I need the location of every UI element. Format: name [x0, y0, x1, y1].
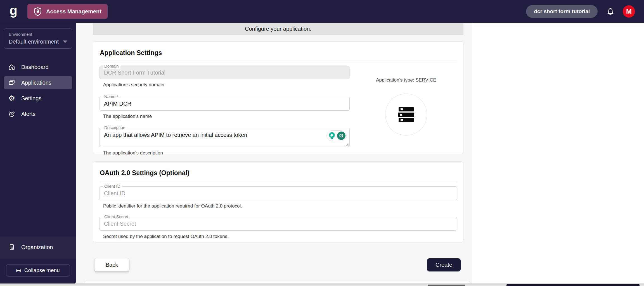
gravitee-logo[interactable]: g	[10, 4, 17, 17]
name-field: Name *	[99, 97, 350, 111]
alarm-icon	[8, 110, 16, 118]
domain-field: Domain	[99, 66, 350, 79]
sidebar-item-applications[interactable]: Applications	[4, 76, 72, 89]
user-avatar[interactable]: M	[623, 5, 635, 18]
sidebar-item-label: Settings	[21, 95, 41, 102]
client-secret-field-label: Client Secret	[103, 214, 130, 219]
domain-field-label: Domain	[103, 64, 120, 69]
grammarly-suggestion-icon	[328, 132, 336, 140]
current-domain-button[interactable]: dcr short form tutorial	[526, 5, 598, 18]
card-title: Application Settings	[99, 42, 457, 61]
name-helper-text: The application's name	[103, 114, 350, 119]
client-secret-field: Client Secret	[99, 217, 457, 231]
client-id-field: Client ID	[99, 186, 457, 200]
collapse-icon: ▶◀	[16, 268, 20, 272]
back-button[interactable]: Back	[94, 258, 129, 271]
name-input[interactable]	[100, 97, 349, 110]
service-type-badge	[385, 94, 427, 135]
main-area: Configure your application. Application …	[76, 23, 644, 286]
form-scroll-area: Configure your application. Application …	[76, 23, 472, 286]
sidebar: Environment Default environment Dashboar…	[0, 23, 76, 284]
access-management-badge[interactable]: Access Management	[27, 4, 108, 19]
client-secret-helper-text: Secret used by the application to reques…	[103, 234, 457, 239]
collapse-menu-label: Collapse menu	[24, 267, 60, 273]
chevron-down-icon	[63, 40, 67, 43]
sidebar-item-label: Alerts	[21, 111, 35, 117]
client-id-input[interactable]	[100, 187, 457, 200]
application-settings-fields: Domain Application's security domain. Na…	[99, 66, 350, 156]
collapse-menu-button[interactable]: ▶◀ Collapse menu	[6, 264, 70, 277]
step-header: Configure your application.	[93, 23, 463, 35]
bottom-bar-text-fragment	[428, 285, 465, 286]
sidebar-item-settings[interactable]: ⚙ Settings	[4, 92, 72, 105]
grammarly-g-icon: G	[337, 132, 345, 140]
oauth-settings-card: OAuth 2.0 Settings (Optional) Client ID …	[93, 161, 463, 242]
organization-section: Organization	[0, 237, 76, 258]
badge-label: Access Management	[46, 8, 101, 15]
application-settings-card: Application Settings Domain Application'…	[93, 41, 463, 154]
server-icon	[398, 106, 414, 123]
sidebar-divider	[0, 258, 76, 258]
description-field-label: Description	[103, 125, 127, 130]
sidebar-nav: Dashboard Applications ⚙ Settings	[0, 60, 76, 121]
description-field: Description An app that allows APIM to r…	[99, 128, 350, 147]
bottom-bar-button-partial[interactable]	[506, 284, 640, 286]
shield-lock-icon	[34, 7, 42, 16]
description-helper-text: The application's description	[103, 150, 350, 156]
sidebar-item-label: Dashboard	[21, 64, 49, 70]
client-id-field-label: Client ID	[103, 184, 122, 189]
form-actions: Back Create	[93, 258, 463, 271]
sidebar-item-organization[interactable]: Organization	[0, 239, 76, 255]
sidebar-item-label: Organization	[21, 244, 53, 251]
description-textarea[interactable]: An app that allows APIM to retrieve an i…	[100, 128, 349, 147]
top-bar: g Access Management dcr short form tutor…	[0, 0, 644, 23]
sidebar-bottom: Organization ▶◀ Collapse menu	[0, 237, 76, 284]
name-field-label: Name *	[103, 94, 120, 99]
sidebar-item-dashboard[interactable]: Dashboard	[4, 60, 72, 74]
domain-input	[100, 66, 349, 79]
application-type-label: Application's type: SERVICE	[361, 77, 451, 83]
building-icon	[8, 244, 16, 251]
domain-helper-text: Application's security domain.	[103, 82, 350, 88]
sidebar-item-label: Applications	[21, 80, 51, 86]
environment-label: Environment	[9, 32, 67, 37]
card-title: OAuth 2.0 Settings (Optional)	[99, 162, 457, 181]
applications-icon	[8, 79, 16, 86]
client-secret-input[interactable]	[100, 217, 457, 230]
environment-selector[interactable]: Environment Default environment	[4, 28, 72, 49]
client-id-helper-text: Public identifier for the application re…	[103, 203, 457, 209]
notifications-bell-icon[interactable]	[606, 7, 615, 16]
home-icon	[8, 63, 16, 71]
application-type-column: Application's type: SERVICE	[361, 77, 451, 135]
environment-value: Default environment	[9, 39, 59, 45]
gear-icon: ⚙	[8, 95, 16, 102]
content-column: Configure your application. Application …	[93, 23, 463, 271]
grammarly-widget[interactable]: G	[326, 130, 347, 141]
create-button[interactable]: Create	[427, 258, 461, 271]
sidebar-item-alerts[interactable]: Alerts	[4, 107, 72, 121]
